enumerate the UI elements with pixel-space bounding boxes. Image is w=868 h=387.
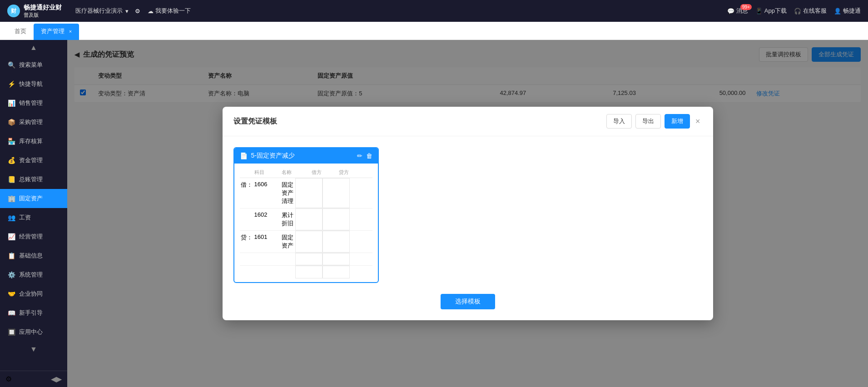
empty-row-1-code (253, 253, 281, 265)
template-id-name: 5-固定资产减少 (251, 152, 295, 160)
sidebar: ▲ 🔍 搜索菜单 ⚡ 快捷导航 📊 销售管理 📦 采购管理 🏪 库存核算 💰 资… (0, 40, 67, 387)
entry-2-debit (295, 208, 322, 230)
empty-row-1-account (281, 253, 295, 265)
sidebar-item-payroll[interactable]: 👥 工资 (0, 208, 67, 227)
empty-row-1-remark (350, 253, 372, 265)
import-button[interactable]: 导入 (606, 114, 632, 129)
sidebar-item-system[interactable]: ⚙️ 系统管理 (0, 265, 67, 284)
export-button[interactable]: 导出 (635, 114, 661, 129)
empty-row-2-account (281, 266, 295, 278)
sidebar-item-system-label: 系统管理 (19, 271, 43, 279)
sidebar-item-payroll-label: 工资 (19, 213, 31, 222)
tab-home[interactable]: 首页 (7, 24, 34, 40)
entry-1-debit (295, 178, 322, 208)
sidebar-scroll-down[interactable]: ▼ (0, 342, 67, 357)
sidebar-collapse-icon[interactable]: ◀▶ (51, 375, 62, 383)
sidebar-item-fixed-assets[interactable]: 🏢 固定资产 (0, 189, 67, 208)
col-header-type (240, 167, 253, 178)
tab-home-label: 首页 (15, 28, 26, 35)
app-download-label: App下载 (764, 7, 787, 15)
service-icon: 🎧 (794, 8, 801, 15)
sidebar-item-search[interactable]: 🔍 搜索菜单 (0, 55, 67, 74)
sales-icon: 📊 (7, 99, 15, 107)
company-selector[interactable]: 医疗器械行业演示 ▾ (71, 5, 133, 17)
sidebar-item-purchase-label: 采购管理 (19, 118, 43, 126)
company-name: 医疗器械行业演示 (75, 7, 123, 15)
content-area: ◀ 生成的凭证预览 批量调控模板 全部生成凭证 变动类型 资产名称 固定资产原值 (67, 40, 868, 387)
entry-2-credit (322, 208, 350, 230)
app-logo: 财 畅捷通好业财 普及版 (7, 4, 62, 19)
download-icon: 📱 (755, 8, 763, 15)
sidebar-gear-icon[interactable]: ⚙ (5, 375, 12, 383)
sidebar-item-basic-info[interactable]: 📋 基础信息 (0, 246, 67, 265)
sidebar-item-finance-label: 资金管理 (19, 156, 43, 164)
app-name: 畅捷通好业财 (24, 4, 62, 12)
template-card-header: 📄 5-固定资产减少 ✏ 🗑 (234, 148, 378, 164)
template-edit-icon[interactable]: ✏ (357, 152, 362, 159)
sidebar-item-sales-label: 销售管理 (19, 99, 43, 107)
tab-asset-management[interactable]: 资产管理 × (34, 24, 79, 40)
header-actions: 💬 消息 99+ 📱 App下载 🎧 在线客服 👤 畅捷通 (727, 7, 861, 15)
app-download-button[interactable]: 📱 App下载 (755, 7, 787, 15)
finance-icon: 💰 (7, 156, 15, 164)
template-delete-icon[interactable]: 🗑 (366, 152, 372, 159)
entry-2-type (240, 208, 253, 230)
empty-row-2-credit (322, 266, 350, 278)
modal-body: 📄 5-固定资产减少 ✏ 🗑 科 (223, 136, 713, 320)
modal-close-icon[interactable]: × (694, 117, 702, 126)
empty-row-1-debit (295, 253, 322, 265)
empty-row-2-remark (350, 266, 372, 278)
online-service-label: 在线客服 (803, 7, 827, 15)
sidebar-item-inventory-label: 库存核算 (19, 137, 43, 145)
modal-header-actions: 导入 导出 新增 × (606, 114, 702, 129)
col-header-debit: 借方 (295, 167, 322, 178)
entry-3-remark (350, 231, 372, 253)
entry-3-debit (295, 231, 322, 253)
sidebar-item-purchase[interactable]: 📦 采购管理 (0, 113, 67, 132)
chevron-down-icon: ▾ (125, 8, 129, 15)
modal-header: 设置凭证模板 导入 导出 新增 × (223, 107, 713, 136)
payroll-icon: 👥 (7, 213, 15, 222)
col-header-name: 名称 (281, 167, 295, 178)
sidebar-item-inventory[interactable]: 🏪 库存核算 (0, 132, 67, 151)
app-subtitle: 普及版 (24, 12, 62, 19)
sidebar-item-quick-nav[interactable]: ⚡ 快捷导航 (0, 74, 67, 94)
system-icon: ⚙️ (7, 271, 15, 279)
empty-row-1-type (240, 253, 253, 265)
entry-3-code: 1601 (253, 231, 281, 253)
sidebar-item-operations[interactable]: 📈 经营管理 (0, 227, 67, 246)
new-template-button[interactable]: 新增 (665, 114, 690, 129)
sidebar-item-ledger[interactable]: 📒 总账管理 (0, 170, 67, 189)
sidebar-item-enterprise[interactable]: 🤝 企业协同 (0, 284, 67, 303)
experience-button[interactable]: ☁ 我要体验一下 (148, 7, 191, 15)
tab-close-icon[interactable]: × (69, 29, 72, 34)
purchase-icon: 📦 (7, 118, 15, 126)
user-label: 畅捷通 (843, 7, 861, 15)
sidebar-scroll-up[interactable]: ▲ (0, 40, 67, 55)
settings-icon[interactable]: ⚙ (133, 6, 142, 15)
quick-nav-icon: ⚡ (7, 80, 15, 88)
sidebar-item-beginner-label: 新手引导 (19, 309, 43, 317)
template-card-body: 科目 名称 借方 贷方 借： 1606 固定资产清理 (234, 164, 378, 282)
col-header-code: 科目 (253, 167, 281, 178)
modal-overlay: 设置凭证模板 导入 导出 新增 × 📄 5-固定资产减少 (67, 40, 868, 387)
tab-bar: 首页 资产管理 × (0, 22, 868, 40)
template-card: 📄 5-固定资产减少 ✏ 🗑 科 (233, 147, 379, 283)
sidebar-item-finance[interactable]: 💰 资金管理 (0, 151, 67, 170)
search-icon: 🔍 (7, 61, 15, 69)
online-service-button[interactable]: 🎧 在线客服 (794, 7, 827, 15)
messages-button[interactable]: 💬 消息 99+ (727, 7, 748, 15)
inventory-icon: 🏪 (7, 137, 15, 145)
sidebar-item-fixed-assets-label: 固定资产 (19, 194, 43, 203)
select-template-button[interactable]: 选择模板 (441, 294, 495, 309)
sidebar-item-app-center-label: 应用中心 (19, 328, 43, 336)
entry-1-type: 借： (240, 178, 253, 208)
user-button[interactable]: 👤 畅捷通 (834, 7, 861, 15)
empty-row-1-credit (322, 253, 350, 265)
sidebar-item-quick-nav-label: 快捷导航 (19, 80, 43, 88)
sidebar-item-beginner[interactable]: 📖 新手引导 (0, 303, 67, 322)
sidebar-item-sales[interactable]: 📊 销售管理 (0, 94, 67, 113)
sidebar-item-app-center[interactable]: 🔲 应用中心 (0, 322, 67, 342)
sidebar-item-enterprise-label: 企业协同 (19, 290, 43, 298)
top-header: 财 畅捷通好业财 普及版 医疗器械行业演示 ▾ ⚙ ☁ 我要体验一下 💬 消息 … (0, 0, 868, 22)
